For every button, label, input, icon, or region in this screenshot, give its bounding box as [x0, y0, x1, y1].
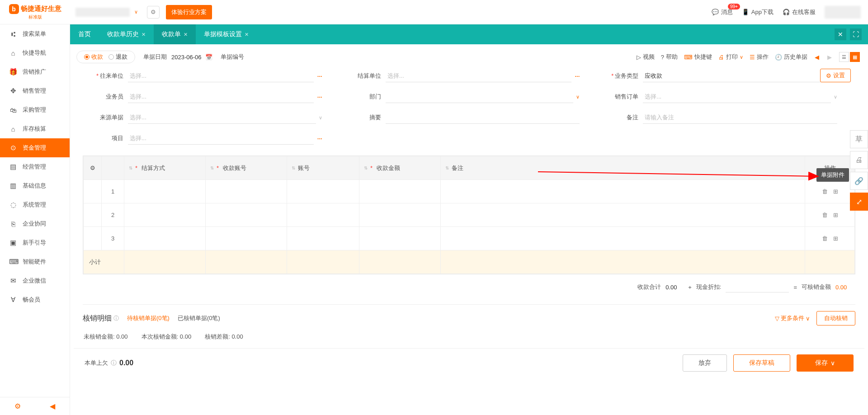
float-attachment-icon[interactable]: 🔗: [850, 172, 868, 190]
salesperson-input[interactable]: [128, 90, 314, 103]
table-row[interactable]: 2🗑⊞: [84, 203, 855, 227]
more-icon[interactable]: ···: [317, 135, 322, 142]
add-row-icon[interactable]: ⊞: [833, 235, 838, 242]
messages-button[interactable]: 💬 消息 99+: [712, 8, 733, 16]
sidebar-item-collab[interactable]: ⎘企业协同: [0, 214, 70, 233]
doc-date-value[interactable]: 2023-06-06: [171, 54, 202, 61]
print-button[interactable]: 🖨打印∨: [718, 53, 743, 61]
tab-home[interactable]: 首页: [70, 24, 99, 44]
sidebar-item-quicknav[interactable]: ⌂快捷导航: [0, 43, 70, 62]
sidebar-settings-icon[interactable]: ⚙: [0, 402, 35, 410]
close-icon[interactable]: ✕: [142, 32, 146, 38]
close-icon[interactable]: ✕: [245, 32, 249, 38]
operate-button[interactable]: ☰操作: [750, 53, 769, 61]
help-button[interactable]: ?帮助: [661, 53, 678, 61]
delete-row-icon[interactable]: 🗑: [822, 235, 828, 242]
calendar-icon[interactable]: 📅: [205, 54, 212, 61]
chevron-down-icon[interactable]: ∨: [319, 115, 322, 121]
sidebar-item-system[interactable]: ◌系统管理: [0, 195, 70, 214]
delete-row-icon[interactable]: 🗑: [822, 188, 828, 195]
top-settings-icon[interactable]: ⚙: [147, 6, 160, 19]
more-icon[interactable]: ···: [575, 73, 580, 80]
trial-plan-button[interactable]: 体验行业方案: [166, 5, 212, 19]
help-icon[interactable]: ⓘ: [113, 315, 119, 322]
header-acctno[interactable]: ⇅账号: [287, 156, 359, 180]
shortcut-button[interactable]: ⌨快捷键: [684, 53, 712, 61]
prev-doc-icon[interactable]: ◀: [814, 54, 820, 61]
float-draft-button[interactable]: 草: [850, 130, 868, 148]
source-input[interactable]: [128, 111, 316, 124]
sidebar-item-wechat[interactable]: ✉企业微信: [0, 271, 70, 290]
close-icon[interactable]: ✕: [184, 32, 188, 38]
save-button[interactable]: 保存∨: [797, 354, 854, 372]
sales-order-input[interactable]: [643, 90, 831, 103]
save-draft-button[interactable]: 保存草稿: [733, 354, 790, 372]
dept-input[interactable]: [386, 90, 574, 103]
auto-verify-button[interactable]: 自动核销: [816, 311, 855, 325]
verify-tab-pending[interactable]: 待核销单据(0笔): [127, 314, 170, 322]
discard-button[interactable]: 放弃: [683, 354, 727, 372]
sidebar-item-marketing[interactable]: 🎁营销推广: [0, 62, 70, 81]
view-card-icon[interactable]: ▦: [850, 52, 860, 62]
tab-template[interactable]: 单据模板设置✕: [196, 24, 257, 44]
settle-unit-input[interactable]: [386, 70, 571, 82]
sort-icon[interactable]: ⇅: [364, 166, 368, 170]
more-icon[interactable]: ···: [317, 73, 322, 80]
sort-icon[interactable]: ⇅: [210, 166, 214, 170]
sidebar-item-purchase[interactable]: 🛍采购管理: [0, 100, 70, 119]
sidebar-item-funds[interactable]: ⊙资金管理: [0, 138, 70, 157]
sidebar-item-inventory[interactable]: ⌂库存核算: [0, 119, 70, 138]
user-avatar[interactable]: [825, 6, 861, 19]
history-button[interactable]: 🕘历史单据: [775, 53, 807, 61]
chevron-down-icon[interactable]: ∨: [576, 94, 580, 100]
more-conditions-button[interactable]: ▽更多条件∨: [775, 314, 810, 322]
float-expand-icon[interactable]: ⤢: [850, 193, 868, 211]
tabs-close-all-icon[interactable]: ✕: [835, 28, 846, 40]
more-icon[interactable]: ···: [317, 94, 322, 100]
contact-unit-input[interactable]: [128, 70, 314, 82]
discount-input[interactable]: [726, 282, 789, 292]
sidebar-collapse-icon[interactable]: ◀: [35, 402, 70, 410]
tab-receipt-history[interactable]: 收款单历史✕: [99, 24, 154, 44]
header-gear[interactable]: ⚙: [84, 156, 102, 180]
header-amount[interactable]: ⇅*收款金额: [359, 156, 441, 180]
summary-input[interactable]: [386, 111, 580, 124]
biz-type-input[interactable]: [643, 70, 831, 82]
sidebar-item-operations[interactable]: ▤经营管理: [0, 157, 70, 176]
next-doc-icon[interactable]: ▶: [826, 54, 833, 61]
delete-row-icon[interactable]: 🗑: [822, 212, 828, 218]
radio-refund[interactable]: 退款: [108, 53, 127, 61]
sidebar-item-search[interactable]: ⑆搜索菜单: [0, 24, 70, 43]
sidebar-item-hardware[interactable]: ⌨智能硬件: [0, 252, 70, 271]
app-download-button[interactable]: 📱 App下载: [742, 8, 774, 16]
float-print-icon[interactable]: 🖨: [850, 151, 868, 169]
table-row[interactable]: 3🗑⊞: [84, 227, 855, 250]
remark-input[interactable]: [643, 111, 837, 124]
org-selector[interactable]: ∨: [70, 8, 143, 17]
view-list-icon[interactable]: ☰: [839, 52, 849, 62]
tabs-fullscreen-icon[interactable]: ⛶: [850, 28, 862, 40]
table-row[interactable]: 1🗑⊞: [84, 180, 855, 203]
header-settle-method[interactable]: ⇅*结算方式: [124, 156, 206, 180]
sidebar-item-baseinfo[interactable]: ▥基础信息: [0, 176, 70, 195]
help-icon[interactable]: ⓘ: [111, 359, 117, 367]
sort-icon[interactable]: ⇅: [292, 166, 295, 170]
form-settings-button[interactable]: ⚙设置: [820, 69, 851, 82]
video-button[interactable]: ▷视频: [637, 53, 655, 61]
support-button[interactable]: 🎧 在线客服: [783, 8, 816, 16]
sort-icon[interactable]: ⇅: [445, 166, 449, 170]
add-row-icon[interactable]: ⊞: [833, 188, 838, 195]
sidebar-item-sales[interactable]: ✥销售管理: [0, 81, 70, 100]
sidebar-item-guide[interactable]: ▣新手引导: [0, 233, 70, 252]
header-remark[interactable]: ⇅备注: [441, 156, 805, 180]
radio-receipt[interactable]: 收款: [84, 53, 103, 61]
project-input[interactable]: [128, 132, 314, 145]
chevron-down-icon[interactable]: ∨: [834, 94, 837, 100]
sort-icon[interactable]: ⇅: [129, 166, 132, 170]
verify-tab-done[interactable]: 已核销单据(0笔): [178, 314, 220, 322]
tab-receipt[interactable]: 收款单✕: [154, 24, 196, 44]
add-row-icon[interactable]: ⊞: [833, 212, 838, 218]
header-account[interactable]: ⇅*收款账号: [206, 156, 287, 180]
sidebar-item-label: 企业微信: [23, 277, 46, 285]
sidebar-item-member[interactable]: ∀畅会员: [0, 290, 70, 309]
